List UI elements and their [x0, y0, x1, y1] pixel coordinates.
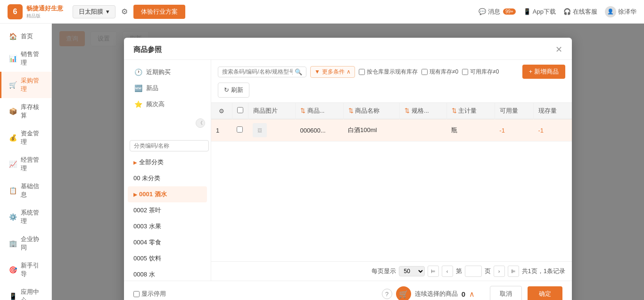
last-page-btn[interactable]: ⊫: [508, 266, 519, 277]
sidebar-item-sales[interactable]: 📊 销售管理: [0, 45, 51, 72]
available-nonzero-checkbox[interactable]: [462, 69, 468, 75]
stock-icon: 📦: [9, 108, 17, 115]
system-icon: ⚙️: [9, 213, 17, 221]
sales-icon: 📊: [9, 55, 17, 62]
category-all[interactable]: ▶ 全部分类: [128, 154, 207, 170]
logo-area: 6 畅捷通好生意 精品版: [8, 4, 63, 19]
first-page-btn[interactable]: ⊨: [428, 266, 439, 277]
gear-icon[interactable]: ⚙: [121, 7, 128, 16]
filter-more-btn[interactable]: ▼ 更多条件 ∧: [310, 66, 355, 78]
checkbox-available-nonzero[interactable]: 可用库存≠0: [462, 68, 499, 76]
cart-collapse-icon[interactable]: ∧: [469, 290, 475, 299]
row-check[interactable]: [232, 119, 248, 142]
modal-close-button[interactable]: ✕: [555, 44, 562, 55]
sidebar-item-enterprise[interactable]: 🏢 企业协同: [0, 230, 51, 257]
show-disabled-checkbox-label[interactable]: 显示停用: [133, 290, 166, 298]
prev-page-btn[interactable]: ‹: [442, 266, 453, 277]
modal-header: 商品参照 ✕: [124, 38, 572, 60]
checkbox-by-warehouse[interactable]: 按仓库显示现有库存: [359, 68, 418, 76]
category-search-input[interactable]: [130, 140, 209, 151]
category-0001[interactable]: ▶ 0001 酒水: [128, 186, 207, 202]
sidebar-item-system[interactable]: ⚙️ 系统管理: [0, 204, 51, 230]
category-0003[interactable]: 0003 水果: [128, 218, 207, 234]
row-index: 1: [211, 119, 232, 142]
page-size-select[interactable]: 50 100 200: [399, 266, 425, 276]
row-unit: 瓶: [446, 119, 495, 142]
category-00[interactable]: 00 未分类: [128, 170, 207, 186]
pagination-bar: 每页显示 50 100 200 ⊨ ‹ 第 1 页 ›: [211, 261, 572, 281]
sidebar-item-newbie[interactable]: 🎯 新手引导: [0, 257, 51, 283]
nav-right: 💬 消息 99+ 📱 App下载 🎧 在线客服 👤 徐泽华: [479, 6, 636, 17]
modal-right-panel: 🔍 ▼ 更多条件 ∧ 按仓库显示现有库存: [211, 60, 572, 281]
purchase-icon: 🛒: [9, 81, 17, 89]
page-number-input[interactable]: 1: [465, 266, 482, 277]
logo-text: 畅捷通好生意 精品版: [26, 4, 63, 19]
sort-icon: ⇅: [300, 107, 305, 114]
avatar-icon: 👤: [605, 6, 616, 17]
sidebar-item-basic[interactable]: 📋 基础信息: [0, 177, 51, 204]
modal-body: 🕐 近期购买 🆕 新品 ⭐ 频次高: [124, 60, 572, 281]
by-warehouse-checkbox[interactable]: [359, 69, 365, 75]
category-0005[interactable]: 0005 饮料: [128, 250, 207, 267]
sidebar-item-business[interactable]: 📈 经营管理: [0, 151, 51, 177]
show-disabled-checkbox[interactable]: [133, 291, 140, 297]
product-search-input[interactable]: [222, 68, 293, 75]
col-image-header: 商品图片: [248, 103, 295, 119]
modal-toolbar: 🔍 ▼ 更多条件 ∧ 按仓库显示现有库存: [211, 60, 572, 103]
enterprise-icon: 🏢: [9, 240, 17, 247]
row-checkbox[interactable]: [237, 126, 243, 133]
brand-selector[interactable]: 日太阳膜 ▾: [73, 5, 116, 18]
checkbox-stock-nonzero[interactable]: 现有库存≠0: [421, 68, 458, 76]
app-download-btn[interactable]: 📱 App下载: [523, 8, 556, 16]
add-product-btn[interactable]: + 新增商品: [522, 65, 565, 79]
help-icon[interactable]: ?: [382, 289, 392, 299]
refresh-btn[interactable]: ↻ 刷新: [218, 83, 249, 98]
confirm-btn[interactable]: 确定: [528, 286, 562, 300]
message-btn[interactable]: 💬 消息 99+: [479, 8, 516, 16]
row-name: 白酒100ml: [343, 119, 400, 142]
category-0008[interactable]: 0008 水: [128, 267, 207, 281]
col-unit-header[interactable]: ⇅ 主计量: [446, 103, 495, 119]
basic-icon: 📋: [9, 187, 17, 194]
left-nav-new[interactable]: 🆕 新品: [130, 81, 205, 96]
left-nav-frequent[interactable]: ⭐ 频次高: [130, 97, 205, 112]
col-checkbox: [232, 103, 248, 119]
col-name-header[interactable]: ⇅ 商品名称: [343, 103, 400, 119]
experience-btn[interactable]: 体验行业方案: [133, 5, 185, 19]
modal-title: 商品参照: [133, 45, 162, 54]
sidebar-item-apps[interactable]: 📱 应用中心: [0, 283, 51, 300]
sidebar-item-home[interactable]: 🏠 首页: [0, 27, 51, 45]
modal-footer: 显示停用 ? 🛒 连续选择的商品 0 ∧ 取消 确定: [124, 281, 572, 300]
table-row[interactable]: 1 🖼: [211, 119, 572, 142]
recent-icon: 🕐: [134, 68, 142, 76]
col-spec-header[interactable]: ⇅ 规格...: [400, 103, 446, 119]
row-spec: [400, 119, 446, 142]
select-all-checkbox[interactable]: [237, 107, 243, 113]
row-code: 000600...: [295, 119, 343, 142]
message-badge: 99+: [503, 8, 516, 15]
sidebar-item-purchase[interactable]: 🛒 采购管理: [0, 72, 51, 98]
col-gear[interactable]: ⚙: [211, 103, 232, 119]
col-code-header[interactable]: ⇅ 商品...: [295, 103, 343, 119]
search-icon[interactable]: 🔍: [295, 68, 302, 75]
category-0004[interactable]: 0004 零食: [128, 234, 207, 250]
cart-icon[interactable]: 🛒: [396, 286, 411, 300]
product-table-wrapper: ⚙ 商品图片: [211, 103, 572, 261]
message-icon: 💬: [479, 8, 486, 15]
product-reference-modal: 商品参照 ✕ 🕐 近期购买 🆕: [124, 38, 572, 300]
user-avatar[interactable]: 👤 徐泽华: [605, 6, 636, 17]
star-icon: ⭐: [134, 100, 142, 108]
cancel-btn[interactable]: 取消: [490, 286, 522, 300]
product-search-box[interactable]: 🔍: [218, 67, 306, 77]
online-service-btn[interactable]: 🎧 在线客服: [563, 8, 597, 16]
left-nav-recent[interactable]: 🕐 近期购买: [130, 65, 205, 80]
sidebar-item-finance[interactable]: 💰 资金管理: [0, 125, 51, 151]
category-0002[interactable]: 0002 茶叶: [128, 202, 207, 218]
stock-nonzero-checkbox[interactable]: [421, 69, 428, 75]
col-available-header: 可用量: [495, 103, 533, 119]
home-icon: 🏠: [9, 33, 17, 40]
sidebar-item-stock[interactable]: 📦 库存核算: [0, 98, 51, 125]
next-page-btn[interactable]: ›: [494, 266, 505, 277]
collapse-panel-btn[interactable]: 《: [196, 118, 205, 128]
col-stock-header: 现存量: [533, 103, 572, 119]
